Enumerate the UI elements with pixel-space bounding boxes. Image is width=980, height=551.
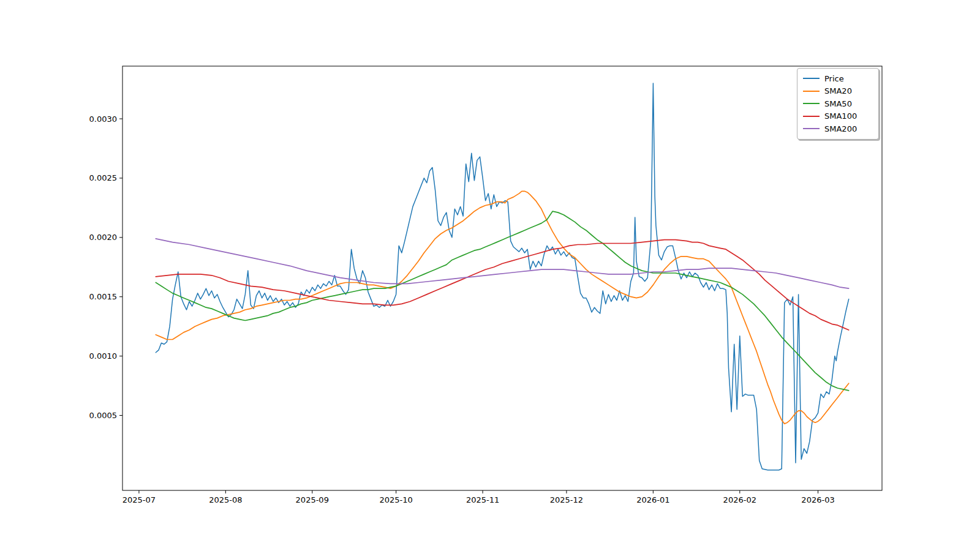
series-line-sma20 [156,191,848,424]
y-tick-label: 0.0020 [89,233,118,242]
series-line-sma50 [156,211,848,391]
figure: 2025-072025-082025-092025-102025-112025-… [0,0,980,551]
legend-line-swatch [803,128,820,129]
y-tick-label: 0.0015 [89,292,118,301]
legend-entry-sma200: SMA200 [803,122,872,135]
y-tick-label: 0.0005 [89,411,118,420]
legend-line-swatch [803,116,820,117]
legend-label: SMA50 [824,99,852,108]
x-tick-label: 2026-01 [636,495,669,504]
legend-line-swatch [803,91,820,92]
legend-entry-price: Price [803,72,872,85]
y-tick-label: 0.0025 [89,173,118,182]
x-tick-label: 2025-11 [466,495,499,504]
x-tick-label: 2026-02 [723,495,756,504]
x-tick-label: 2025-10 [379,495,412,504]
x-tick-label: 2025-09 [296,495,329,504]
x-tick-label: 2025-12 [550,495,583,504]
legend-label: SMA100 [824,111,857,121]
legend-label: Price [824,74,844,83]
series-line-price [156,83,848,470]
legend-line-swatch [803,78,820,79]
x-tick-label: 2026-03 [801,495,834,504]
legend-entry-sma20: SMA20 [803,85,872,98]
x-tick-label: 2025-07 [123,495,156,504]
y-tick-label: 0.0030 [89,114,118,124]
y-tick-label: 0.0010 [89,351,118,361]
legend-label: SMA20 [824,86,852,96]
series-line-sma100 [156,240,848,330]
legend-label: SMA200 [824,124,857,133]
legend: PriceSMA20SMA50SMA100SMA200 [797,68,879,140]
legend-entry-sma50: SMA50 [803,97,872,110]
legend-entry-sma100: SMA100 [803,110,872,123]
x-tick-label: 2025-08 [209,495,242,504]
plot-frame [123,66,882,490]
legend-line-swatch [803,103,820,104]
